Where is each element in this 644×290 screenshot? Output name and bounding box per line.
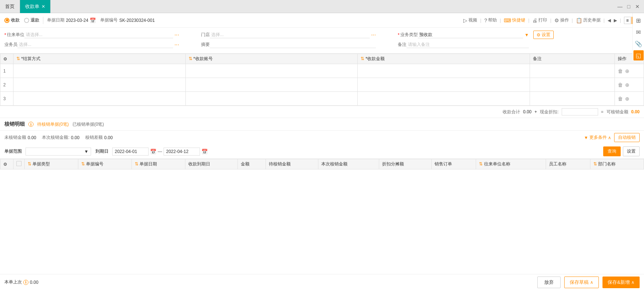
window-controls: — □ ✕ xyxy=(615,3,644,10)
footer-info-icon[interactable]: ℹ xyxy=(23,280,28,285)
receipt-table: ⚙ ⇅ *结算方式 ⇅ *收款账号 ⇅ *收款金额 备注 操作 xyxy=(0,54,644,106)
row3-settle[interactable] xyxy=(13,92,186,106)
tab-home[interactable]: 首页 xyxy=(0,0,20,13)
close-button[interactable]: ✕ xyxy=(634,3,641,10)
pending-tab[interactable]: 待核销单据(0笔) xyxy=(37,121,69,128)
bth-sales-order: 销售订单 xyxy=(432,159,476,169)
main-wrap: 收款 退款 单据日期 2023-03-24 📅 单据编号 SK-20230324… xyxy=(0,13,644,290)
select-all-checkbox[interactable] xyxy=(16,161,21,166)
bth-pending: 待核销金额 xyxy=(266,159,318,169)
operation-action[interactable]: ⚙ 操作 xyxy=(554,17,569,23)
settings-button[interactable]: ⚙ 设置 xyxy=(533,31,554,39)
biz-type-input[interactable] xyxy=(418,31,523,38)
sidebar-orange-icon[interactable]: ◱ xyxy=(633,50,644,60)
help-action[interactable]: ? 帮助 xyxy=(484,17,497,23)
row1-account[interactable] xyxy=(185,64,358,78)
tab-receipt[interactable]: 收款单 ✕ xyxy=(20,0,51,13)
receipt-table-wrap: ⚙ ⇅ *结算方式 ⇅ *收款账号 ⇅ *收款金额 备注 操作 xyxy=(0,54,644,106)
partner-field: * 往来单位 ··· xyxy=(4,31,179,38)
row1-settle[interactable] xyxy=(13,64,186,78)
bth-due-date: 收款到期日 xyxy=(185,159,237,169)
form-area: * 往来单位 ··· 门店 ··· * 业务类型 ▼ ⚙ 设置 xyxy=(0,28,644,54)
row2-note[interactable] xyxy=(530,78,614,92)
save-draft-button[interactable]: 保存草稿 ∧ xyxy=(564,277,599,288)
row2-settle[interactable] xyxy=(13,78,186,92)
row3-note[interactable] xyxy=(530,92,614,106)
refund-radio[interactable]: 退款 xyxy=(24,17,39,23)
due-date-field: 到期日 📅 — 📅 xyxy=(95,148,208,156)
row2-account[interactable] xyxy=(185,78,358,92)
close-tab-icon[interactable]: ✕ xyxy=(42,4,45,9)
writeoff-table: ⚙ ⇅ 单据类型 ⇅ 单据编号 ⇅ 单据日期 xyxy=(0,159,644,169)
bth-dept-name: ⇅ 部门名称 xyxy=(590,159,644,169)
partner-more-icon[interactable]: ··· xyxy=(174,32,179,38)
row3-amount[interactable] xyxy=(358,92,530,106)
done-tab[interactable]: 已核销单据(0笔) xyxy=(72,121,104,128)
operation-icon: ⚙ xyxy=(554,17,559,23)
help-icon: ? xyxy=(484,17,487,23)
row1-actions: 🗑 ⊕ xyxy=(615,64,644,78)
biz-type-dropdown-icon[interactable]: ▼ xyxy=(525,32,529,38)
sidebar-attach-icon[interactable]: 📎 xyxy=(633,39,644,49)
row2-amount[interactable] xyxy=(358,78,530,92)
shortcut-action[interactable]: ⌨ 快捷键 xyxy=(504,17,525,23)
sidebar-mail-icon[interactable]: ✉ xyxy=(633,27,644,37)
filter-right: 查询 设置 xyxy=(603,146,640,156)
date-calendar-icon[interactable]: 📅 xyxy=(90,17,96,23)
row1-delete-icon[interactable]: 🗑 xyxy=(618,68,623,74)
print-action[interactable]: 🖨 打印 xyxy=(532,17,547,23)
auto-writeoff-button[interactable]: 自动核销 xyxy=(614,133,640,142)
bottom-table-wrap: ⚙ ⇅ 单据类型 ⇅ 单据编号 ⇅ 单据日期 xyxy=(0,159,644,274)
video-action[interactable]: ▷ 视频 xyxy=(463,17,477,23)
abandon-button[interactable]: 放弃 xyxy=(537,277,561,288)
due-date-from-calendar-icon[interactable]: 📅 xyxy=(150,149,156,154)
row1-copy-icon[interactable]: ⊕ xyxy=(625,68,629,74)
row1-amount[interactable] xyxy=(358,64,530,78)
row2-delete-icon[interactable]: 🗑 xyxy=(618,82,623,88)
due-date-to-input[interactable] xyxy=(164,148,200,156)
bth-staff-name: 员工名称 xyxy=(546,159,590,169)
filter-settings-button[interactable]: 设置 xyxy=(623,146,640,156)
range-select[interactable]: ▼ xyxy=(25,148,91,156)
table-row: 2 🗑 ⊕ xyxy=(0,78,644,92)
store-more-icon[interactable]: ··· xyxy=(371,32,376,38)
discount-input[interactable] xyxy=(562,108,598,115)
writeoff-info-icon[interactable]: ℹ xyxy=(28,122,34,127)
table-settings-icon[interactable]: ⚙ xyxy=(3,56,7,62)
bth-doc-type: ⇅ 单据类型 xyxy=(25,159,78,169)
nav-prev-icon[interactable]: ◀ xyxy=(608,18,611,23)
print-icon: 🖨 xyxy=(532,17,537,23)
due-date-to-calendar-icon[interactable]: 📅 xyxy=(201,149,208,154)
row1-note[interactable] xyxy=(530,64,614,78)
row2-copy-icon[interactable]: ⊕ xyxy=(625,82,629,88)
receipt-radio[interactable]: 收款 xyxy=(4,17,20,23)
staff-input[interactable] xyxy=(17,41,173,48)
form-row-2: 业务员 ··· 摘要 备注 xyxy=(4,41,640,48)
summary-input[interactable] xyxy=(210,41,376,48)
list-view-button[interactable]: ≡ xyxy=(624,17,631,24)
store-input[interactable] xyxy=(210,31,370,38)
due-date-from-input[interactable] xyxy=(112,148,149,156)
minimize-button[interactable]: — xyxy=(616,3,624,10)
form-row-1: * 往来单位 ··· 门店 ··· * 业务类型 ▼ ⚙ 设置 xyxy=(4,31,640,39)
row3-copy-icon[interactable]: ⊕ xyxy=(625,96,629,102)
range-dropdown-icon: ▼ xyxy=(84,149,89,154)
btable-settings-icon[interactable]: ⚙ xyxy=(3,162,7,167)
history-icon: 📋 xyxy=(576,17,582,23)
th-settings: ⚙ xyxy=(0,54,13,64)
note-input[interactable] xyxy=(407,41,529,48)
row3-delete-icon[interactable]: 🗑 xyxy=(618,96,623,102)
sidebar-table-icon[interactable]: ⊞ xyxy=(633,15,644,26)
row3-account[interactable] xyxy=(185,92,358,106)
filter-row: 单据范围 ▼ 到期日 📅 — 📅 查询 设置 xyxy=(0,144,644,159)
history-action[interactable]: 📋 历史单据 xyxy=(576,17,601,23)
range-field: 单据范围 ▼ xyxy=(4,148,91,156)
save-new-button[interactable]: 保存&新增 ∧ xyxy=(602,277,640,288)
more-filter-button[interactable]: ▼ 更多条件 ∧ xyxy=(584,134,611,141)
staff-more-icon[interactable]: ··· xyxy=(174,42,179,48)
nav-next-icon[interactable]: ▶ xyxy=(614,18,617,23)
partner-input[interactable] xyxy=(24,31,173,38)
query-button[interactable]: 查询 xyxy=(603,146,621,156)
maximize-button[interactable]: □ xyxy=(625,3,632,10)
bth-current: 本次核销金额 xyxy=(318,159,379,169)
